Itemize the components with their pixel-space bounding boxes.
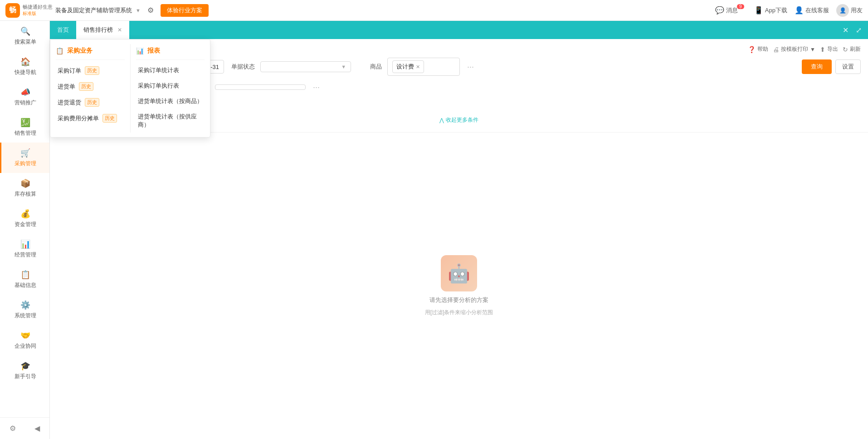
search-icon: 🔍 <box>20 26 30 36</box>
logo-badge: 标准版 <box>23 10 53 17</box>
purchase-expense-item[interactable]: 采购费用分摊单 历史 <box>56 110 125 126</box>
settings-btn[interactable]: ⚙ <box>6 422 20 434</box>
history-badge-0: 历史 <box>85 66 99 75</box>
status-dropdown-icon: ▼ <box>341 64 346 69</box>
purchase-inbound-label: 进货单 <box>58 83 75 91</box>
purchase-inbound-item[interactable]: 进货单 历史 <box>56 79 125 94</box>
print-icon: 🖨 <box>773 46 779 53</box>
purchase-business-icon: 📋 <box>56 47 63 54</box>
export-label: 导出 <box>827 45 838 53</box>
search-btn[interactable]: 查询 <box>802 59 832 74</box>
sys-dropdown-icon[interactable]: ▼ <box>136 8 141 13</box>
logo: 畅 畅捷通好生意 标准版 <box>5 3 55 18</box>
purchase-return-item[interactable]: 进货退货 历史 <box>56 94 125 110</box>
reports-title: 报表 <box>147 47 160 55</box>
tab-close-icon[interactable]: ✕ <box>117 27 122 33</box>
print-dropdown-icon[interactable]: ▼ <box>810 46 815 53</box>
reports-col: 📊 报表 采购订单统计表 采购订单执行表 进货单统计表（按商品） 进货单统计表（… <box>130 44 210 133</box>
sidebar-item-guide[interactable]: 🎓 新手引导 <box>0 355 49 386</box>
report-inbound-supplier-label: 进货单统计表（按供应商） <box>138 113 203 129</box>
logo-icon: 畅 <box>5 3 20 18</box>
topbar: 畅 畅捷通好生意 标准版 装备及固定资产辅助管理系统 ▼ ⚙ 体验行业方案 💬 … <box>0 0 868 21</box>
tab-sales-rank-label: 销售排行榜 <box>83 26 113 34</box>
goods-filter-input[interactable]: 设计费 ✕ <box>387 58 460 76</box>
marketing-icon: 📣 <box>20 87 30 97</box>
collapse-arrow-icon: ⋀ <box>439 117 444 123</box>
status-filter-input[interactable]: ▼ <box>260 61 351 72</box>
tab-home[interactable]: 首页 <box>50 21 76 39</box>
purchase-business-col: 📋 采购业务 采购订单 历史 进货单 历史 进货退货 历史 采购费用分摊单 历史 <box>50 44 130 133</box>
sidebar-item-system[interactable]: ⚙️ 系统管理 <box>0 295 49 325</box>
sidebar-item-quick-nav[interactable]: 🏠 快捷导航 <box>0 51 49 82</box>
system-icon: ⚙️ <box>20 300 30 310</box>
sidebar-item-label: 企业协同 <box>15 342 36 350</box>
reports-header: 📊 报表 <box>136 44 205 60</box>
print-label: 按模板打印 <box>781 45 808 53</box>
report-order-exec-item[interactable]: 采购订单执行表 <box>136 78 205 94</box>
sidebar-item-sales[interactable]: 💹 销售管理 <box>0 112 49 143</box>
tab-sales-rank[interactable]: 销售排行榜 ✕ <box>76 21 129 39</box>
app-download-label: App下载 <box>765 6 787 15</box>
settings-btn[interactable]: 设置 <box>835 59 861 74</box>
tab-close-action[interactable]: ✕ <box>841 24 850 36</box>
goods-tag-remove[interactable]: ✕ <box>416 64 420 70</box>
sidebar-item-label: 基础信息 <box>15 281 36 289</box>
sidebar-item-label: 经营管理 <box>15 251 36 259</box>
status-filter-label: 单据状态 <box>229 63 255 71</box>
refresh-btn[interactable]: ↻ 刷新 <box>843 45 861 53</box>
industry-btn[interactable]: 体验行业方案 <box>161 4 209 17</box>
sidebar-item-operation[interactable]: 📊 经营管理 <box>0 234 49 264</box>
sidebar-item-label: 新手引导 <box>15 373 36 380</box>
user-menu[interactable]: 👤 用友 <box>836 4 863 17</box>
collapse-label: 收起更多条件 <box>446 116 478 124</box>
logo-text: 畅捷通好生意 <box>23 4 53 10</box>
tab-expand-action[interactable]: ⤢ <box>854 24 863 36</box>
avatar: 👤 <box>836 4 849 17</box>
purchase-order-label: 采购订单 <box>58 67 81 75</box>
help-btn[interactable]: ❓ 帮助 <box>748 45 768 53</box>
gear-icon[interactable]: ⚙ <box>144 4 157 17</box>
messages-btn[interactable]: 💬 消息 9 <box>715 6 747 15</box>
goods-tag-label: 设计费 <box>396 63 414 71</box>
salesman-more-dots[interactable]: ··· <box>313 83 320 92</box>
history-badge-3: 历史 <box>102 114 117 123</box>
messages-badge: 9 <box>737 4 744 9</box>
sidebar-item-label: 系统管理 <box>15 312 36 320</box>
export-icon: ⬆ <box>820 46 825 53</box>
enterprise-icon: 🤝 <box>20 330 30 340</box>
app-download-btn[interactable]: 📱 App下载 <box>754 6 787 15</box>
salesman-filter-input[interactable] <box>215 84 306 90</box>
sales-icon: 💹 <box>20 118 30 128</box>
sidebar-item-inventory[interactable]: 📦 库存核算 <box>0 173 49 203</box>
empty-robot-icon: 🤖 <box>441 255 477 291</box>
goods-more-dots[interactable]: ··· <box>467 62 474 72</box>
guide-icon: 🎓 <box>20 361 30 371</box>
report-inbound-supplier-item[interactable]: 进货单统计表（按供应商） <box>136 109 205 133</box>
goods-filter-label: 商品 <box>356 63 382 71</box>
history-badge-1: 历史 <box>79 82 93 91</box>
sys-name[interactable]: 装备及固定资产辅助管理系统 <box>55 6 132 15</box>
purchase-return-label: 进货退货 <box>58 99 81 107</box>
home-icon: 🏠 <box>20 57 30 67</box>
sidebar-item-enterprise[interactable]: 🤝 企业协同 <box>0 325 49 355</box>
report-order-stat-item[interactable]: 采购订单统计表 <box>136 63 205 78</box>
history-badge-2: 历史 <box>85 98 99 107</box>
collapse-btn[interactable]: ◀ <box>31 422 44 434</box>
export-btn[interactable]: ⬆ 导出 <box>820 45 838 53</box>
report-inbound-goods-item[interactable]: 进货单统计表（按商品） <box>136 94 205 109</box>
sidebar-item-base[interactable]: 📋 基础信息 <box>0 264 49 295</box>
message-icon: 💬 <box>715 6 724 15</box>
topbar-right: 💬 消息 9 📱 App下载 👤 在线客服 👤 用友 <box>715 4 863 17</box>
purchase-order-item[interactable]: 采购订单 历史 <box>56 63 125 79</box>
online-service-btn[interactable]: 👤 在线客服 <box>795 6 829 15</box>
sidebar-item-marketing[interactable]: 📣 营销推广 <box>0 82 49 112</box>
base-icon: 📋 <box>20 270 30 280</box>
empty-tip2: 用[过滤]条件来缩小分析范围 <box>425 309 493 316</box>
sidebar-item-label: 营销推广 <box>15 99 36 107</box>
sidebar-item-search[interactable]: 🔍 搜索菜单 <box>0 21 49 51</box>
sidebar-item-purchase[interactable]: 🛒 采购管理 <box>0 143 49 173</box>
print-btn[interactable]: 🖨 按模板打印 ▼ <box>773 45 815 53</box>
help-icon: ❓ <box>748 46 756 53</box>
refresh-icon: ↻ <box>843 46 848 53</box>
sidebar-item-finance[interactable]: 💰 资金管理 <box>0 203 49 234</box>
